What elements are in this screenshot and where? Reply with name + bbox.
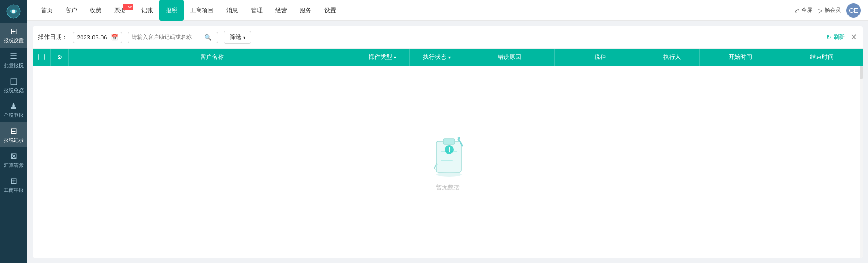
filter-icon-caozuo: ▾ (394, 55, 396, 60)
nav-item-jingying[interactable]: 经营 (269, 0, 293, 21)
search-icon[interactable]: 🔍 (204, 34, 211, 41)
fullscreen-button[interactable]: ⤢ 全屏 (794, 6, 812, 14)
table-header: ⚙ 客户名称 操作类型 ▾ 执行状态 ▾ 错误原因 税种 (33, 49, 863, 66)
sidebar-item-baoshuishezhi[interactable]: ⊞ 报税设置 (0, 23, 27, 48)
refresh-icon: ↻ (826, 34, 831, 41)
th-caozuoleixing[interactable]: 操作类型 ▾ (355, 49, 410, 66)
settings-icon: ⚙ (57, 54, 62, 61)
scrollbar-thumb[interactable] (860, 66, 863, 79)
nav-item-shouye[interactable]: 首页 (34, 0, 59, 21)
svg-point-13 (436, 172, 462, 177)
toolbar: 操作日期： 2023-06-06 📅 🔍 筛选 ▾ ↻ 刷新 (33, 26, 863, 49)
filter-label: 筛选 (230, 33, 241, 41)
sidebar-item-label: 个税申报 (4, 112, 24, 119)
th-shuizhong: 税种 (555, 49, 645, 66)
date-label: 操作日期： (38, 33, 67, 41)
nav-item-baoshui[interactable]: 报税 (159, 0, 184, 21)
baoshuishezhi-icon: ⊞ (10, 26, 17, 36)
th-checkbox[interactable] (33, 49, 51, 66)
table-body: ! 暂无数据 (33, 66, 863, 258)
sidebar-item-label: 批量报税 (4, 62, 24, 69)
sidebar-item-piliangbaoshui[interactable]: ☰ 批量报税 (0, 48, 27, 73)
search-box: 🔍 (128, 32, 218, 43)
close-button[interactable]: ✕ (850, 33, 857, 41)
th-zhixingzhuangtai[interactable]: 执行状态 ▾ (410, 49, 464, 66)
baoshuijilu-icon: ⊟ (10, 126, 17, 136)
table-panel: 操作日期： 2023-06-06 📅 🔍 筛选 ▾ ↻ 刷新 (33, 26, 863, 258)
nav-item-piaoju[interactable]: 票据 new (108, 0, 135, 21)
th-settings[interactable]: ⚙ (51, 49, 69, 66)
filter-icon-zhixing: ▾ (448, 55, 451, 60)
sidebar-item-label: 汇算清缴 (4, 162, 24, 169)
nav-item-shezhi[interactable]: 设置 (318, 0, 342, 21)
select-all-checkbox[interactable] (38, 54, 45, 60)
filter-button[interactable]: 筛选 ▾ (224, 31, 251, 44)
topnav-right: ⤢ 全屏 ▷ 畅会员 CE (794, 3, 861, 18)
svg-rect-3 (443, 139, 455, 144)
refresh-button[interactable]: ↻ 刷新 (826, 33, 845, 41)
search-input[interactable] (132, 34, 204, 40)
fullscreen-icon: ⤢ (794, 7, 800, 14)
th-cuowuyuanyin: 错误原因 (464, 49, 555, 66)
sidebar-item-geshuishenbao[interactable]: ♟ 个税申报 (0, 97, 27, 122)
main-wrapper: 首页 客户 收费 票据 new 记账 报税 工商项目 消息 (27, 0, 868, 263)
nav-item-shoufei[interactable]: 收费 (83, 0, 108, 21)
sidebar-item-huisuanqingcuo[interactable]: ⊠ 汇算清缴 (0, 147, 27, 172)
geshuishenbao-icon: ♟ (10, 101, 17, 111)
nav-items: 首页 客户 收费 票据 new 记账 报税 工商项目 消息 (34, 0, 794, 21)
empty-text: 暂无数据 (436, 183, 460, 191)
date-value: 2023-06-06 (77, 34, 107, 41)
app-logo[interactable] (0, 0, 27, 23)
topnav: 首页 客户 收费 票据 new 记账 报税 工商项目 消息 (27, 0, 868, 21)
nav-item-jizhang[interactable]: 记账 (135, 0, 159, 21)
sidebar-item-label: 报税设置 (4, 37, 24, 44)
new-badge: new (123, 4, 133, 10)
baoshuizonglan-icon: ◫ (10, 76, 18, 86)
huisuanqingcuo-icon: ⊠ (10, 151, 17, 161)
member-icon: ▷ (818, 7, 823, 14)
sidebar-item-label: 工商年报 (4, 187, 24, 194)
gongshangnianbaobiao-icon: ⊞ (10, 176, 17, 186)
sidebar: ⊞ 报税设置 ☰ 批量报税 ◫ 报税总览 ♟ 个税申报 ⊟ 报税记录 ⊠ 汇算清… (0, 0, 27, 263)
avatar[interactable]: CE (846, 3, 861, 18)
th-jieshushijian: 结束时间 (781, 49, 863, 66)
sidebar-item-gongshangnianbaobiao[interactable]: ⊞ 工商年报 (0, 172, 27, 197)
date-picker[interactable]: 2023-06-06 📅 (73, 32, 122, 43)
nav-item-gongshangxiangmu[interactable]: 工商项目 (184, 0, 220, 21)
sidebar-item-label: 报税总览 (4, 87, 24, 94)
member-button[interactable]: ▷ 畅会员 (818, 6, 841, 14)
svg-text:!: ! (448, 146, 450, 153)
th-zhixingren: 执行人 (645, 49, 700, 66)
chevron-down-icon: ▾ (243, 35, 245, 40)
page-content: 操作日期： 2023-06-06 📅 🔍 筛选 ▾ ↻ 刷新 (27, 21, 868, 263)
nav-item-guanli[interactable]: 管理 (245, 0, 269, 21)
th-kehumingcheng: 客户名称 (69, 49, 355, 66)
empty-illustration: ! (427, 132, 468, 178)
piliangbaoshui-icon: ☰ (10, 51, 17, 61)
sidebar-item-label: 报税记录 (4, 137, 24, 144)
nav-item-kehu[interactable]: 客户 (59, 0, 83, 21)
nav-item-xiaoxi[interactable]: 消息 (220, 0, 245, 21)
th-kaishishijian: 开始时间 (700, 49, 781, 66)
empty-state: ! 暂无数据 (427, 132, 468, 191)
calendar-icon: 📅 (111, 34, 118, 41)
sidebar-item-baoshuizonglan[interactable]: ◫ 报税总览 (0, 73, 27, 97)
nav-item-fuwu[interactable]: 服务 (293, 0, 318, 21)
sidebar-item-baoshuijilu[interactable]: ⊟ 报税记录 (0, 122, 27, 147)
scrollbar-track[interactable] (860, 66, 863, 258)
svg-point-1 (12, 10, 15, 13)
